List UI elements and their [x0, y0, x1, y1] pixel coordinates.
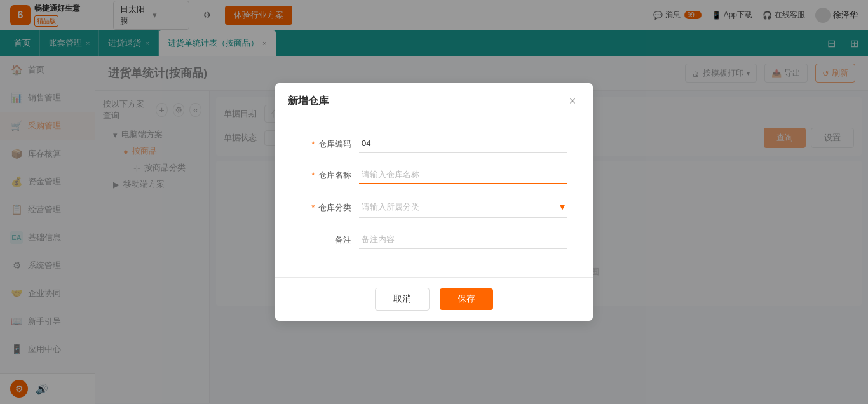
add-warehouse-modal: 新增仓库 × * 仓库编码 * 仓库名称	[275, 83, 593, 321]
category-dropdown-icon: ▾	[560, 201, 565, 213]
modal-footer: 取消 保存	[275, 277, 593, 321]
form-row-code: * 仓库编码	[301, 135, 567, 153]
name-label: * 仓库名称	[301, 170, 351, 181]
form-row-note: 备注	[301, 231, 567, 249]
note-input[interactable]	[359, 231, 567, 249]
name-input[interactable]	[359, 166, 567, 184]
save-button[interactable]: 保存	[440, 288, 493, 310]
note-label: 备注	[301, 234, 351, 246]
category-placeholder: 请输入所属分类	[362, 201, 419, 213]
modal-close-button[interactable]: ×	[565, 93, 580, 109]
modal-overlay[interactable]: 新增仓库 × * 仓库编码 * 仓库名称	[0, 0, 868, 404]
modal-header: 新增仓库 ×	[275, 83, 593, 119]
modal-body: * 仓库编码 * 仓库名称 * 仓库分类 请输入	[275, 119, 593, 277]
cancel-button[interactable]: 取消	[375, 288, 430, 311]
form-row-category: * 仓库分类 请输入所属分类 ▾	[301, 197, 567, 218]
code-label: * 仓库编码	[301, 138, 351, 150]
modal-title: 新增仓库	[288, 95, 329, 108]
category-label: * 仓库分类	[301, 202, 351, 213]
form-row-name: * 仓库名称	[301, 166, 567, 184]
code-input[interactable]	[359, 135, 567, 153]
category-select[interactable]: 请输入所属分类 ▾	[359, 197, 567, 218]
